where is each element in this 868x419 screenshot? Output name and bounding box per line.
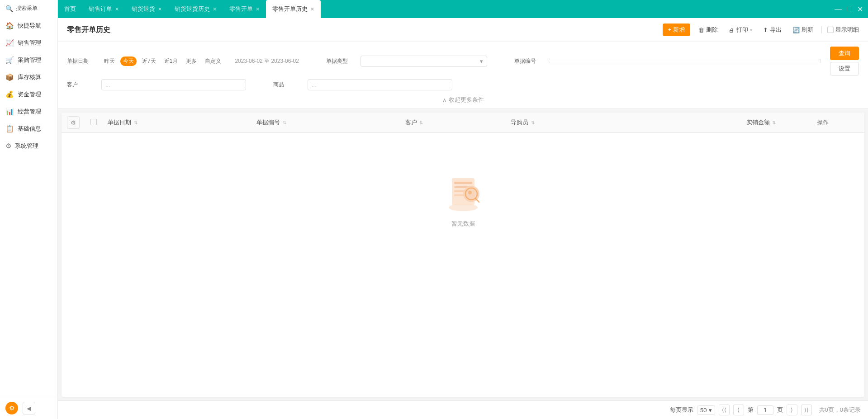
guide-sort-icon[interactable]: ⇅ [531, 120, 535, 125]
first-page-button[interactable]: ⟨⟨ [719, 405, 730, 415]
customer-filter-input[interactable]: ... [101, 79, 246, 90]
tab-home[interactable]: 首页 [58, 0, 82, 18]
print-icon: 🖨 [729, 27, 735, 33]
tab-label-sales-order: 销售订单 [89, 5, 112, 13]
page-word: 第 [748, 406, 754, 414]
sidebar-item-purchase-mgmt[interactable]: 🛒 采购管理 [0, 52, 57, 69]
sidebar-item-sales-mgmt[interactable]: 📈 销售管理 [0, 34, 57, 52]
display-detail-toggle[interactable]: 显示明细 [827, 26, 859, 34]
filter-actions: 查询 设置 [830, 47, 859, 75]
tab-close-sales-order[interactable]: ✕ [115, 6, 119, 12]
tab-close-sales-return[interactable]: ✕ [158, 6, 162, 12]
tab-close-retail-open[interactable]: ✕ [256, 6, 260, 12]
th-guide-label: 导购员 [511, 119, 528, 126]
sidebar-search[interactable]: 🔍 搜索采单 [0, 0, 57, 17]
sidebar-icon-inventory: 📦 [5, 73, 14, 81]
tab-sales-return-history[interactable]: 销货退货历史✕ [168, 0, 223, 18]
window-controls: — □ ✕ [835, 5, 863, 13]
sidebar-item-operations[interactable]: 📊 经营管理 [0, 103, 57, 120]
th-number: 单据编号 ⇅ [251, 113, 400, 133]
th-guide: 导购员 ⇅ [505, 113, 632, 133]
empty-text: 暂无数据 [451, 220, 475, 228]
date-shortcut-更多[interactable]: 更多 [183, 56, 199, 66]
sidebar-nav: 🏠 快捷导航 📈 销售管理 🛒 采购管理 📦 库存核算 💰 资金管理 📊 经营管… [0, 17, 57, 397]
tab-label-retail-open-history: 零售开单历史 [272, 5, 308, 13]
type-filter-select[interactable]: ▾ [360, 56, 487, 67]
type-select-arrow-icon: ▾ [480, 58, 483, 65]
goods-filter-placeholder: ... [312, 81, 317, 88]
add-button[interactable]: + 新增 [663, 24, 690, 36]
th-amount-label: 实销金额 [746, 119, 770, 126]
table-header-row: ⚙ 单据日期 ⇅ 单据编号 ⇅ [62, 113, 864, 133]
tab-close-retail-open-history[interactable]: ✕ [310, 6, 314, 12]
close-button[interactable]: ✕ [856, 5, 863, 13]
tab-retail-open-history[interactable]: 零售开单历史✕ [266, 0, 321, 18]
sidebar-label-inventory: 库存核算 [18, 73, 41, 81]
display-detail-checkbox[interactable] [827, 27, 834, 33]
type-filter-label: 单据类型 [326, 57, 351, 65]
amount-sort-icon[interactable]: ⇅ [772, 120, 776, 125]
tab-retail-open[interactable]: 零售开单✕ [223, 0, 266, 18]
settings-gear-button[interactable]: ⚙ [5, 402, 18, 414]
sidebar-item-finance[interactable]: 💰 资金管理 [0, 86, 57, 103]
delete-icon: 🗑 [698, 27, 704, 33]
sidebar-collapse-button[interactable]: ◀ [23, 402, 35, 414]
svg-rect-2 [454, 182, 472, 184]
date-shortcut-自定义[interactable]: 自定义 [202, 56, 224, 66]
column-settings-button[interactable]: ⚙ [67, 116, 80, 129]
sidebar-icon-sales-mgmt: 📈 [5, 39, 14, 47]
export-button-label: 导出 [770, 26, 782, 34]
th-date-label: 单据日期 [108, 119, 131, 126]
tab-close-sales-return-history[interactable]: ✕ [213, 6, 217, 12]
date-shortcut-近1月[interactable]: 近1月 [161, 56, 181, 66]
display-detail-label: 显示明细 [835, 26, 859, 34]
empty-state: 暂无数据 [62, 133, 864, 264]
main-area: 首页销售订单✕销货退货✕销货退货历史✕零售开单✕零售开单历史✕ — □ ✕ 零售… [58, 0, 868, 419]
customer-sort-icon[interactable]: ⇅ [419, 120, 423, 125]
next-page-button[interactable]: ⟩ [787, 405, 797, 415]
filter-row-1: 单据日期 昨天今天近7天近1月更多自定义 2023-06-02 至 2023-0… [67, 47, 859, 75]
tab-sales-return[interactable]: 销货退货✕ [125, 0, 168, 18]
date-sort-icon[interactable]: ⇅ [134, 120, 138, 125]
tabs-bar: 首页销售订单✕销货退货✕销货退货历史✕零售开单✕零售开单历史✕ — □ ✕ [58, 0, 868, 18]
th-actions: 操作 [781, 113, 864, 133]
sidebar-icon-quick-nav: 🏠 [5, 22, 14, 30]
last-page-button[interactable]: ⟩⟩ [801, 405, 812, 415]
date-shortcut-近7天[interactable]: 近7天 [139, 56, 159, 66]
prev-page-button[interactable]: ⟨ [733, 405, 744, 415]
table-container: ⚙ 单据日期 ⇅ 单据编号 ⇅ [62, 113, 864, 397]
print-button[interactable]: 🖨 打印 ▾ [726, 24, 755, 36]
number-filter-input[interactable] [549, 59, 821, 63]
number-sort-icon[interactable]: ⇅ [283, 120, 286, 125]
delete-button[interactable]: 🗑 删除 [696, 24, 721, 36]
per-page-label: 每页显示 [670, 406, 693, 414]
sidebar-item-quick-nav[interactable]: 🏠 快捷导航 [0, 17, 57, 34]
sidebar-search-label: 搜索采单 [16, 5, 38, 12]
refresh-button[interactable]: 🔄 刷新 [790, 24, 816, 36]
sidebar-label-system: 系统管理 [15, 142, 38, 150]
maximize-button[interactable]: □ [845, 5, 853, 13]
page-title: 零售开单历史 [67, 25, 110, 35]
collapse-filter-label: 收起更多条件 [449, 96, 484, 104]
per-page-select[interactable]: 50 ▾ [697, 405, 715, 415]
delete-button-label: 删除 [706, 26, 718, 34]
date-filter-label: 单据日期 [67, 57, 92, 65]
sidebar-item-inventory[interactable]: 📦 库存核算 [0, 69, 57, 86]
page-number-input[interactable] [757, 405, 773, 415]
customer-filter-placeholder: ... [105, 81, 110, 88]
goods-filter-input[interactable]: ... [308, 79, 452, 90]
date-shortcut-昨天[interactable]: 昨天 [101, 56, 118, 66]
sidebar-item-basic-info[interactable]: 📋 基础信息 [0, 120, 57, 137]
set-button[interactable]: 设置 [830, 62, 859, 75]
query-button[interactable]: 查询 [830, 47, 859, 60]
date-shortcut-今天[interactable]: 今天 [120, 56, 137, 66]
sidebar-icon-finance: 💰 [5, 90, 14, 99]
minimize-button[interactable]: — [835, 5, 842, 13]
collapse-filter-button[interactable]: ∧ 收起更多条件 [67, 94, 859, 106]
toolbar-divider [821, 26, 822, 33]
tab-sales-order[interactable]: 销售订单✕ [82, 0, 125, 18]
filter-area: 单据日期 昨天今天近7天近1月更多自定义 2023-06-02 至 2023-0… [58, 42, 868, 109]
select-all-checkbox[interactable] [90, 119, 97, 125]
export-button[interactable]: ⬆ 导出 [760, 24, 784, 36]
sidebar-item-system[interactable]: ⚙ 系统管理 [0, 137, 57, 155]
